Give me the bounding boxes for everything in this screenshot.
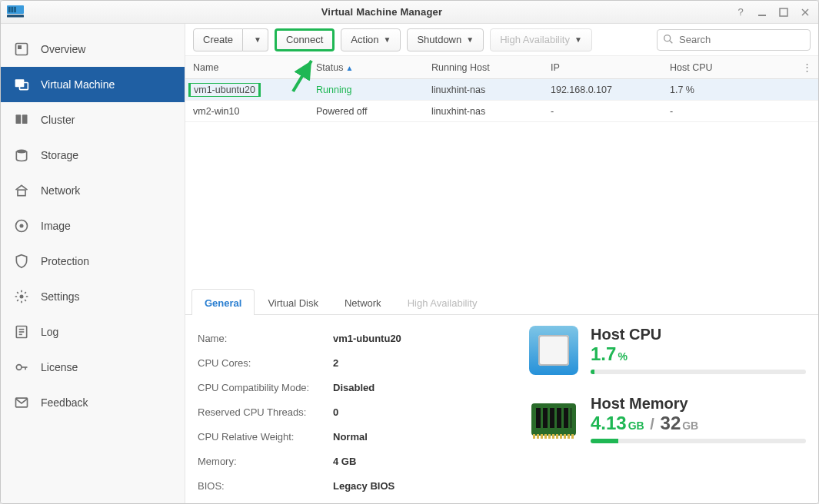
cell-ip: 192.168.0.107 — [543, 85, 662, 95]
sidebar-item-feedback[interactable]: Feedback — [1, 385, 185, 420]
svg-rect-6 — [780, 8, 787, 16]
memory-icon — [529, 395, 578, 444]
chevron-down-icon: ▼ — [466, 35, 474, 44]
sidebar-item-label: Image — [41, 220, 71, 232]
storage-icon — [13, 147, 30, 164]
chevron-down-icon: ▼ — [254, 35, 261, 44]
shutdown-button[interactable]: Shutdown▼ — [407, 28, 484, 51]
column-options-icon[interactable]: ⋮ — [802, 61, 818, 73]
meter-label: Host Memory — [591, 395, 806, 413]
column-header-running-host[interactable]: Running Host — [424, 62, 543, 73]
sidebar-item-virtual-machine[interactable]: Virtual Machine — [1, 67, 185, 102]
shield-icon — [13, 253, 30, 270]
cell-host: linuxhint-nas — [424, 85, 543, 95]
meter-host-cpu: Host CPU 1.7% — [529, 326, 806, 375]
prop-value: Normal — [333, 431, 368, 443]
separator: / — [650, 416, 654, 433]
tab-high-availability[interactable]: High Availability — [395, 289, 491, 315]
sidebar-item-label: Settings — [41, 290, 80, 303]
column-header-ip[interactable]: IP — [543, 62, 662, 73]
table-row[interactable]: vm2-win10 Powered off linuxhint-nas - - — [185, 101, 818, 122]
table-header: Name Status▲ Running Host IP Host CPU ⋮ — [185, 56, 818, 79]
create-dropdown-button[interactable]: ▼ — [243, 28, 268, 51]
sidebar: Overview Virtual Machine Cluster Storage… — [1, 24, 185, 503]
svg-rect-1 — [7, 14, 24, 17]
cell-cpu: - — [662, 106, 777, 117]
tab-network[interactable]: Network — [331, 289, 395, 315]
prop-key: CPU Compatibility Mode: — [198, 382, 333, 393]
cell-name: vm2-win10 — [185, 106, 308, 117]
chevron-down-icon: ▼ — [384, 35, 391, 44]
meter-host-memory: Host Memory 4.13GB / 32GB — [529, 395, 806, 444]
action-button[interactable]: Action▼ — [341, 28, 401, 51]
prop-key: Reserved CPU Threads: — [198, 406, 333, 418]
window-title: Virtual Machine Manager — [30, 6, 734, 18]
meter-label: Host CPU — [591, 326, 806, 343]
app-icon — [7, 5, 24, 19]
close-icon[interactable] — [798, 5, 812, 19]
tab-virtual-disk[interactable]: Virtual Disk — [255, 289, 331, 315]
table-row[interactable]: vm1-ubuntu20 Running linuxhint-nas 192.1… — [185, 79, 818, 101]
meter-unit: % — [618, 350, 627, 363]
toolbar: Create ▼ Connect Action▼ Shutdown▼ High … — [185, 24, 818, 56]
cell-ip: - — [543, 106, 662, 117]
create-button[interactable]: Create — [193, 28, 243, 51]
svg-rect-2 — [8, 6, 11, 12]
sidebar-item-protection[interactable]: Protection — [1, 244, 185, 279]
prop-value: vm1-ubuntu20 — [333, 333, 401, 344]
minimize-icon[interactable] — [755, 5, 769, 19]
column-header-host-cpu[interactable]: Host CPU — [662, 62, 777, 73]
search-icon — [662, 33, 674, 48]
prop-value: 4 GB — [333, 456, 356, 467]
meter-total: 32 — [661, 413, 681, 434]
sidebar-item-storage[interactable]: Storage — [1, 138, 185, 173]
search-input[interactable] — [657, 29, 811, 51]
high-availability-button[interactable]: High Availability▼ — [490, 28, 592, 51]
sidebar-item-log[interactable]: Log — [1, 314, 185, 350]
gear-icon — [13, 288, 30, 305]
network-icon — [13, 182, 30, 199]
titlebar: Virtual Machine Manager ? — [1, 1, 818, 24]
help-icon[interactable]: ? — [734, 5, 747, 19]
sidebar-item-image[interactable]: Image — [1, 208, 185, 244]
prop-key: BIOS: — [198, 480, 333, 492]
sidebar-item-label: Protection — [41, 255, 89, 267]
svg-rect-5 — [758, 15, 766, 16]
cell-status: Powered off — [308, 106, 424, 117]
connect-button[interactable]: Connect — [275, 28, 335, 51]
svg-point-28 — [664, 35, 671, 41]
prop-key: Name: — [198, 333, 333, 344]
tab-general[interactable]: General — [191, 289, 255, 315]
sidebar-item-label: Storage — [41, 149, 78, 161]
meter-bar — [591, 370, 806, 374]
sidebar-item-overview[interactable]: Overview — [1, 32, 185, 67]
svg-rect-10 — [18, 45, 22, 49]
sidebar-item-cluster[interactable]: Cluster — [1, 102, 185, 138]
svg-point-19 — [20, 295, 24, 299]
sidebar-item-license[interactable]: License — [1, 350, 185, 385]
prop-key: CPU Cores: — [198, 357, 333, 369]
sidebar-item-label: Feedback — [41, 396, 88, 409]
maximize-icon[interactable] — [777, 5, 791, 19]
svg-rect-3 — [12, 6, 14, 12]
cell-name: vm1-ubuntu20 — [188, 83, 261, 97]
svg-rect-4 — [14, 6, 16, 12]
sidebar-item-settings[interactable]: Settings — [1, 279, 185, 314]
svg-rect-14 — [22, 114, 28, 124]
sidebar-item-network[interactable]: Network — [1, 173, 185, 208]
sort-asc-icon: ▲ — [345, 64, 353, 72]
prop-value: 0 — [333, 406, 338, 418]
sidebar-item-label: Overview — [41, 43, 85, 55]
svg-point-18 — [20, 224, 24, 228]
sidebar-item-label: Virtual Machine — [41, 78, 115, 91]
log-icon — [13, 323, 30, 340]
vm-icon — [13, 76, 30, 93]
column-header-name[interactable]: Name — [185, 62, 308, 73]
detail-tabs: General Virtual Disk Network High Availa… — [185, 289, 818, 315]
sidebar-item-label: License — [41, 361, 78, 373]
meter-unit: GB — [628, 419, 644, 432]
column-header-status[interactable]: Status▲ — [308, 62, 424, 73]
prop-key: CPU Relative Weight: — [198, 431, 333, 443]
svg-point-24 — [16, 365, 22, 370]
prop-value: Disabled — [333, 382, 375, 393]
